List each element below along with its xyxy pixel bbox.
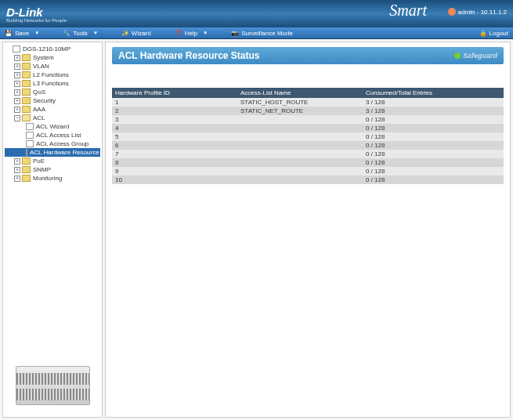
expand-icon[interactable]: +: [14, 176, 20, 182]
cell-name: [237, 115, 363, 124]
tree-poe[interactable]: +PoE: [5, 157, 100, 165]
table-row: 70 / 128: [112, 150, 504, 158]
folder-icon: [22, 89, 31, 96]
tree-l3[interactable]: +L3 Functions: [5, 79, 100, 88]
cell-name: STATIC_HOST_ROUTE: [237, 98, 363, 107]
app-header: D-Link Building Networks for People Smar…: [0, 0, 513, 27]
cell-id: 9: [112, 167, 237, 176]
cell-entries: 0 / 128: [363, 141, 504, 150]
tree-security[interactable]: +Security: [5, 96, 100, 105]
cell-id: 10: [112, 176, 237, 184]
expand-icon[interactable]: +: [14, 98, 20, 104]
tree-acl[interactable]: −ACL: [5, 114, 100, 122]
help-menu[interactable]: ❓Help▼: [175, 30, 208, 37]
expand-icon[interactable]: +: [14, 167, 20, 173]
cell-id: 8: [112, 158, 237, 167]
logout-icon: 🔒: [479, 30, 486, 37]
cell-id: 5: [112, 132, 237, 141]
table-container: Hardware Profile ID Access-List Name Con…: [112, 88, 504, 184]
user-info: admin - 10.11.1.2: [448, 8, 507, 16]
tree-aaa[interactable]: +AAA: [5, 105, 100, 114]
wizard-menu[interactable]: ✨Wizard: [121, 30, 151, 37]
folder-icon: [22, 166, 31, 173]
user-icon: [448, 8, 456, 16]
cell-entries: 0 / 128: [363, 124, 504, 132]
folder-icon: [22, 71, 31, 78]
folder-open-icon: [22, 114, 31, 121]
table-row: 1STATIC_HOST_ROUTE3 / 128: [112, 98, 504, 107]
tools-icon: 🔧: [63, 30, 70, 37]
header-entries: Consumed/Total Entries: [363, 88, 504, 98]
brand-tagline: Building Networks for People: [6, 18, 67, 23]
folder-icon: [22, 54, 31, 61]
acl-hw-table: Hardware Profile ID Access-List Name Con…: [112, 88, 504, 184]
cell-entries: 0 / 128: [363, 158, 504, 167]
table-body: 1STATIC_HOST_ROUTE3 / 1282STATIC_NET_ROU…: [112, 98, 504, 184]
save-icon: 💾: [5, 30, 12, 37]
spacer-icon: [5, 46, 11, 52]
chevron-down-icon: ▼: [203, 31, 208, 35]
table-row: 90 / 128: [112, 167, 504, 176]
cell-name: [237, 132, 363, 141]
table-row: 30 / 128: [112, 115, 504, 124]
panel-title-bar: ACL Hardware Resource Status Safeguard: [112, 47, 504, 64]
surveillance-menu[interactable]: 📷Surveillance Mode: [231, 30, 293, 37]
sidebar: DGS-1210-10MP +System +VLAN +L2 Function…: [2, 42, 103, 418]
device-icon: [13, 45, 20, 52]
expand-icon[interactable]: +: [14, 81, 20, 87]
cell-name: STATIC_NET_ROUTE: [237, 107, 363, 115]
table-row: 50 / 128: [112, 132, 504, 141]
collapse-icon[interactable]: −: [14, 115, 20, 121]
main-layout: DGS-1210-10MP +System +VLAN +L2 Function…: [0, 39, 513, 420]
cell-entries: 0 / 128: [363, 132, 504, 141]
folder-icon: [22, 175, 31, 182]
page-icon: [26, 140, 34, 147]
expand-icon[interactable]: +: [14, 158, 20, 165]
folder-icon: [22, 158, 31, 165]
tree-device[interactable]: DGS-1210-10MP: [5, 45, 100, 53]
brand-logo: D-Link Building Networks for People: [6, 5, 67, 23]
expand-icon[interactable]: +: [14, 89, 20, 96]
header-name: Access-List Name: [237, 88, 363, 98]
tree-snmp[interactable]: +SNMP: [5, 165, 100, 174]
tree-l2[interactable]: +L2 Functions: [5, 71, 100, 79]
switch-illustration: [16, 366, 90, 405]
cell-id: 6: [112, 141, 237, 150]
tree-acl-access-group[interactable]: ACL Access Group: [5, 139, 100, 148]
safeguard-badge: Safeguard: [454, 52, 497, 60]
cell-entries: 0 / 128: [363, 115, 504, 124]
tree-acl-hw-status[interactable]: ACL Hardware Resource Status: [5, 148, 100, 157]
tree-acl-wizard[interactable]: ACL Wizard: [5, 122, 100, 131]
user-label: admin - 10.11.1.2: [458, 9, 507, 16]
page-icon: [26, 149, 27, 156]
expand-icon[interactable]: +: [14, 55, 20, 61]
camera-icon: 📷: [231, 30, 238, 37]
folder-icon: [22, 80, 31, 87]
tree-acl-access-list[interactable]: ACL Access List: [5, 131, 100, 139]
safeguard-dot-icon: [454, 52, 461, 59]
table-header-row: Hardware Profile ID Access-List Name Con…: [112, 88, 504, 98]
page-icon: [26, 132, 34, 139]
tree-system[interactable]: +System: [5, 53, 100, 62]
cell-entries: 0 / 128: [363, 150, 504, 158]
cell-name: [237, 150, 363, 158]
expand-icon[interactable]: +: [14, 72, 20, 78]
tree-monitoring[interactable]: +Monitoring: [5, 174, 100, 183]
content-panel: ACL Hardware Resource Status Safeguard H…: [105, 42, 511, 418]
table-row: 60 / 128: [112, 141, 504, 150]
tree-vlan[interactable]: +VLAN: [5, 62, 100, 71]
table-row: 80 / 128: [112, 158, 504, 167]
logout-button[interactable]: 🔒Logout: [479, 30, 508, 37]
cell-name: [237, 176, 363, 184]
tree-qos[interactable]: +QoS: [5, 88, 100, 96]
save-menu[interactable]: 💾Save▼: [5, 30, 39, 37]
nav-tree: DGS-1210-10MP +System +VLAN +L2 Function…: [3, 42, 102, 185]
tools-menu[interactable]: 🔧Tools▼: [63, 30, 98, 37]
product-line-label: Smart: [389, 2, 427, 20]
table-row: 2STATIC_NET_ROUTE3 / 128: [112, 107, 504, 115]
chevron-down-icon: ▼: [93, 31, 98, 35]
expand-icon[interactable]: +: [14, 63, 20, 70]
expand-icon[interactable]: +: [14, 107, 20, 113]
cell-id: 7: [112, 150, 237, 158]
cell-name: [237, 124, 363, 132]
